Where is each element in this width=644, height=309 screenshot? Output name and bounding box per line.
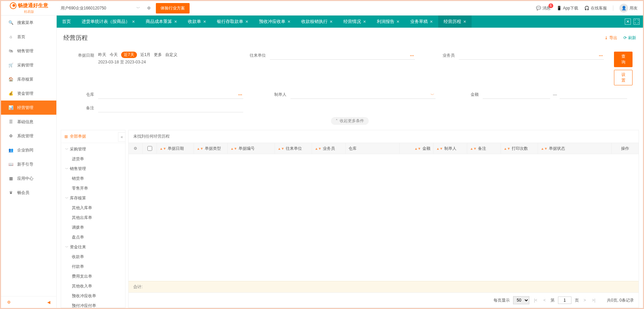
date-tag-1month[interactable]: 近1月 (140, 52, 151, 58)
promo-button[interactable]: 体验行业方案 (156, 3, 190, 13)
tree-leaf[interactable]: 付款单 (61, 262, 125, 272)
col-amount[interactable]: ▲▼金额 (400, 143, 433, 154)
col-print-count[interactable]: ▲▼打印次数 (501, 143, 538, 154)
tab-purchase-stat[interactable]: 进货单统计表（按商品）✕ (76, 16, 140, 28)
col-salesman[interactable]: ▲▼业务员 (312, 143, 346, 154)
col-warehouse[interactable]: 仓库 (346, 143, 400, 154)
tree-group[interactable]: ﹀采购管理 (61, 144, 125, 154)
prev-page-button[interactable]: < (542, 298, 547, 303)
tree-leaf[interactable]: 零售开单 (61, 184, 125, 193)
chevron-down-icon[interactable]: ﹀ (430, 92, 435, 98)
sidebar-item-operations[interactable]: 📊经营管理 (1, 101, 56, 115)
close-icon[interactable]: ✕ (245, 20, 248, 24)
col-maker[interactable]: ▲▼制单人 (433, 143, 467, 154)
date-tag-custom[interactable]: 自定义 (165, 52, 177, 58)
warehouse-input[interactable] (98, 91, 243, 99)
tab-bank[interactable]: 银行存取款单✕ (212, 16, 254, 28)
tree-leaf[interactable]: 销货单 (61, 174, 125, 184)
col-partner[interactable]: ▲▼往来单位 (275, 143, 312, 154)
tree-leaf[interactable]: 盘点单 (61, 232, 125, 242)
sidebar-item-basedata[interactable]: ☰基础信息 (1, 115, 56, 129)
column-settings-button[interactable]: ⚙ (129, 143, 143, 154)
tree-leaf[interactable]: 其他出库单 (61, 213, 125, 223)
page-size-select[interactable]: 50 (513, 296, 529, 304)
sidebar-item-apps[interactable]: ▦应用中心 (1, 171, 56, 186)
sidebar-item-purchase[interactable]: 🛒采购管理 (1, 58, 56, 72)
partner-input[interactable] (270, 52, 415, 60)
sidebar-item-collab[interactable]: 👥企业协同 (1, 143, 56, 157)
sidebar-item-system[interactable]: ⚙系统管理 (1, 129, 56, 143)
tab-home[interactable]: 首页 (57, 16, 76, 28)
refresh-button[interactable]: ⟳刷新 (623, 35, 636, 41)
tab-receipt-verify[interactable]: 收款核销执行✕ (296, 16, 338, 28)
date-tag-more[interactable]: 更多 (154, 52, 162, 58)
lookup-icon[interactable]: ⋯ (410, 53, 414, 58)
sidebar-item-home[interactable]: ⌂首页 (1, 30, 56, 44)
app-download-button[interactable]: 📱 App下载 (557, 5, 578, 11)
tree-group[interactable]: ﹀销售管理 (61, 164, 125, 174)
date-tag-7days[interactable]: 近7天 (121, 52, 137, 58)
close-icon[interactable]: ✕ (174, 20, 177, 24)
collapse-tree-button[interactable]: « (118, 132, 125, 142)
tree-body[interactable]: ﹀采购管理 进货单 ﹀销售管理 销货单 零售开单 ﹀库存核算 其他入库单 其他出… (61, 143, 125, 308)
messages-button[interactable]: 💬 消息 6 (536, 5, 551, 11)
user-menu[interactable]: 👤 用友 (619, 4, 638, 12)
query-button[interactable]: 查询 (614, 52, 633, 67)
tab-cost-recalc[interactable]: 商品成本重算✕ (140, 16, 183, 28)
col-status[interactable]: ▲▼单据状态 (538, 143, 612, 154)
collapse-sidebar-icon[interactable]: ◀ (47, 300, 50, 305)
tab-profit[interactable]: 利润报告✕ (371, 16, 405, 28)
lookup-icon[interactable]: ⋯ (238, 92, 243, 97)
sidebar-item-search[interactable]: 🔍搜索菜单 (1, 16, 56, 30)
settings-gear-button[interactable]: ⚙ (144, 4, 153, 12)
col-doc-date[interactable]: ▲▼单据日期 (157, 143, 194, 154)
tree-leaf[interactable]: 预付冲应付单 (61, 301, 125, 308)
filter-settings-button[interactable]: 设置 (614, 70, 633, 85)
tree-leaf[interactable]: 预收冲应收单 (61, 291, 125, 301)
sidebar-item-member[interactable]: ♛畅会员 (1, 186, 56, 200)
tree-leaf[interactable]: 其他入库单 (61, 203, 125, 213)
tree-leaf[interactable]: 其他收入单 (61, 281, 125, 291)
tree-leaf[interactable]: 费用支出单 (61, 272, 125, 281)
last-page-button[interactable]: >| (591, 298, 597, 303)
maker-input[interactable] (290, 91, 436, 99)
expand-tabs-button[interactable]: ⛶ (634, 19, 640, 25)
select-all-checkbox[interactable] (147, 146, 152, 151)
sidebar-item-guide[interactable]: 📖新手引导 (1, 157, 56, 171)
date-tag-today[interactable]: 今天 (110, 52, 118, 58)
tenant-selector[interactable]: 用户690企业1660120750 ﹀ (57, 5, 144, 11)
gear-icon[interactable]: ⚙ (7, 300, 11, 305)
lookup-icon[interactable]: ⋯ (599, 53, 603, 58)
tab-business-history[interactable]: 经营历程✕ (438, 16, 472, 28)
amount-to-input[interactable] (560, 91, 627, 99)
tab-receipt[interactable]: 收款单✕ (183, 16, 212, 28)
close-icon[interactable]: ✕ (463, 20, 466, 24)
tree-group[interactable]: ﹀资金往来 (61, 242, 125, 252)
online-service-button[interactable]: 🎧 在线客服 (584, 5, 607, 11)
sidebar-item-funds[interactable]: 💰资金管理 (1, 86, 56, 101)
tree-root[interactable]: ⊞ 全部单据 (61, 130, 125, 143)
close-icon[interactable]: ✕ (132, 20, 135, 24)
next-page-button[interactable]: > (582, 298, 587, 303)
close-all-tabs-button[interactable]: ✕ (625, 19, 631, 25)
col-doc-type[interactable]: ▲▼单据类型 (194, 143, 228, 154)
tree-group[interactable]: ﹀库存核算 (61, 193, 125, 203)
close-icon[interactable]: ✕ (287, 20, 290, 24)
close-icon[interactable]: ✕ (330, 20, 333, 24)
amount-from-input[interactable] (483, 91, 550, 99)
tree-leaf[interactable]: 进货单 (61, 154, 125, 164)
sidebar-item-sales[interactable]: 🛍销售管理 (1, 44, 56, 58)
close-icon[interactable]: ✕ (363, 20, 366, 24)
page-number-input[interactable] (558, 297, 571, 304)
export-button[interactable]: ⤓导出 (605, 35, 617, 41)
col-remark[interactable]: ▲▼备注 (467, 143, 501, 154)
tab-business-status[interactable]: 经营情况✕ (338, 16, 371, 28)
first-page-button[interactable]: |< (533, 298, 539, 303)
remark-input[interactable] (98, 104, 243, 112)
tree-leaf[interactable]: 收款单 (61, 252, 125, 262)
collapse-filters-button[interactable]: ˄ 收起更多条件 (331, 117, 369, 125)
close-icon[interactable]: ✕ (396, 20, 399, 24)
col-doc-no[interactable]: ▲▼单据编号 (228, 143, 275, 154)
date-tag-yesterday[interactable]: 昨天 (98, 52, 106, 58)
close-icon[interactable]: ✕ (430, 20, 433, 24)
